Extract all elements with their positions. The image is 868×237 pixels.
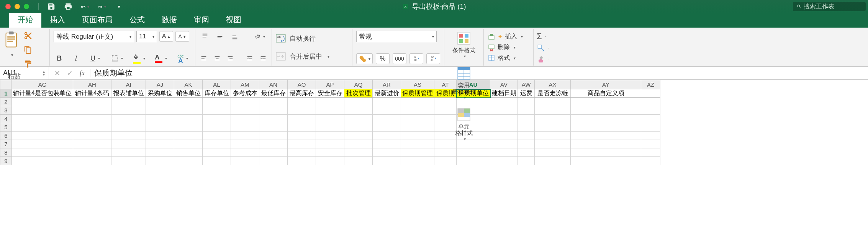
increase-indent-icon[interactable] (259, 53, 268, 64)
cell-AS4[interactable] (401, 115, 434, 123)
cut-icon[interactable] (24, 31, 32, 42)
cell-AT1[interactable]: 保质期 (434, 89, 457, 98)
cell-AX8[interactable] (535, 148, 571, 157)
column-header-AZ[interactable]: AZ (641, 80, 660, 89)
tab-视图[interactable]: 视图 (218, 12, 250, 28)
orientation-button[interactable]: ab▾ (251, 31, 268, 42)
cell-AH5[interactable] (73, 123, 111, 132)
cell-AJ1[interactable]: 采购单位 (146, 89, 174, 98)
cell-AX9[interactable] (535, 157, 571, 165)
cell-AH8[interactable] (73, 148, 111, 157)
cell-AN3[interactable] (259, 106, 288, 115)
cell-AG5[interactable] (12, 123, 73, 132)
cell-AH1[interactable]: 辅计量4条码 (73, 89, 111, 98)
cell-AO5[interactable] (288, 123, 316, 132)
tab-插入[interactable]: 插入 (41, 12, 74, 28)
cell-AJ2[interactable] (146, 98, 174, 106)
cell-AR6[interactable] (373, 132, 401, 140)
cell-AY5[interactable] (571, 123, 641, 132)
cell-AR5[interactable] (373, 123, 401, 132)
cell-AZ8[interactable] (641, 148, 660, 157)
cell-AN5[interactable] (259, 123, 288, 132)
cell-AJ9[interactable] (146, 157, 174, 165)
increase-decimal-icon[interactable]: .0.00 (409, 53, 423, 64)
cell-AI5[interactable] (111, 123, 146, 132)
cell-AH7[interactable] (73, 140, 111, 148)
cell-AL1[interactable]: 库存单位 (203, 89, 231, 98)
cell-AL3[interactable] (203, 106, 231, 115)
cell-AH6[interactable] (73, 132, 111, 140)
cell-AO7[interactable] (288, 140, 316, 148)
cell-AS5[interactable] (401, 123, 434, 132)
align-right-icon[interactable] (226, 53, 235, 64)
cell-AI4[interactable] (111, 115, 146, 123)
row-header-6[interactable]: 6 (0, 132, 12, 140)
cell-AY1[interactable]: 商品自定义项 (571, 89, 641, 98)
cell-AV9[interactable] (490, 157, 518, 165)
cell-AG9[interactable] (12, 157, 73, 165)
undo-icon[interactable]: ▾ (81, 2, 89, 11)
cell-AX6[interactable] (535, 132, 571, 140)
cell-AW3[interactable] (518, 106, 535, 115)
cell-AQ5[interactable] (344, 123, 373, 132)
spreadsheet-grid[interactable]: AGAHAIAJAKALAMANAOAPAQARASATAUAVAWAXAYAZ… (0, 80, 868, 165)
cell-AP7[interactable] (316, 140, 344, 148)
borders-button[interactable]: ▾ (109, 53, 125, 64)
cell-AP8[interactable] (316, 148, 344, 157)
cell-AV3[interactable] (490, 106, 518, 115)
cell-AQ4[interactable] (344, 115, 373, 123)
cell-AI9[interactable] (111, 157, 146, 165)
column-header-AH[interactable]: AH (73, 80, 111, 89)
cell-AK1[interactable]: 销售单位 (174, 89, 203, 98)
cell-AX1[interactable]: 是否走冻链 (535, 89, 571, 98)
cell-AI7[interactable] (111, 140, 146, 148)
format-painter-icon[interactable] (24, 60, 32, 70)
cell-AG1[interactable]: 辅计量4是否包装单位 (12, 89, 73, 98)
cell-AO1[interactable]: 最高库存 (288, 89, 316, 98)
cell-AJ6[interactable] (146, 132, 174, 140)
merge-center-button[interactable]: 合并后居中 ▾ (276, 49, 348, 64)
column-header-AY[interactable]: AY (571, 80, 641, 89)
cell-AS8[interactable] (401, 148, 434, 157)
cell-AV4[interactable] (490, 115, 518, 123)
row-header-2[interactable]: 2 (0, 98, 12, 106)
align-top-icon[interactable] (199, 31, 210, 42)
fill-color-button[interactable]: ▾ (131, 53, 147, 64)
column-header-AQ[interactable]: AQ (344, 80, 373, 89)
cell-AK6[interactable] (174, 132, 203, 140)
column-header-AX[interactable]: AX (535, 80, 571, 89)
number-format-combo[interactable]: 常规▾ (356, 31, 437, 42)
align-middle-icon[interactable] (214, 31, 225, 42)
column-header-AR[interactable]: AR (373, 80, 401, 89)
cell-AW8[interactable] (518, 148, 535, 157)
align-left-icon[interactable] (199, 53, 209, 64)
close-window-button[interactable] (5, 4, 11, 9)
cell-AG4[interactable] (12, 115, 73, 123)
italic-button[interactable]: I (70, 53, 81, 64)
cell-AN6[interactable] (259, 132, 288, 140)
tab-审阅[interactable]: 审阅 (185, 12, 218, 28)
cell-AU8[interactable] (457, 148, 490, 157)
decrease-decimal-icon[interactable]: .00.0 (426, 53, 440, 64)
fx-icon[interactable]: fx (80, 69, 85, 77)
cell-AR3[interactable] (373, 106, 401, 115)
cell-AQ9[interactable] (344, 157, 373, 165)
cell-AW5[interactable] (518, 123, 535, 132)
cell-AI3[interactable] (111, 106, 146, 115)
cell-AX5[interactable] (535, 123, 571, 132)
comma-button[interactable]: 000 (393, 53, 406, 64)
cell-AV1[interactable]: 建档日期 (490, 89, 518, 98)
column-header-AI[interactable]: AI (111, 80, 146, 89)
cell-AW6[interactable] (518, 132, 535, 140)
cell-AM2[interactable] (231, 98, 259, 106)
cell-AK4[interactable] (174, 115, 203, 123)
cell-AM6[interactable] (231, 132, 259, 140)
cell-AR9[interactable] (373, 157, 401, 165)
cell-AY2[interactable] (571, 98, 641, 106)
cell-AU1[interactable]: 保质期单位 (457, 89, 490, 98)
cell-AH4[interactable] (73, 115, 111, 123)
copy-icon[interactable] (24, 46, 32, 56)
cell-AL7[interactable] (203, 140, 231, 148)
cell-AV6[interactable] (490, 132, 518, 140)
row-header-5[interactable]: 5 (0, 123, 12, 132)
